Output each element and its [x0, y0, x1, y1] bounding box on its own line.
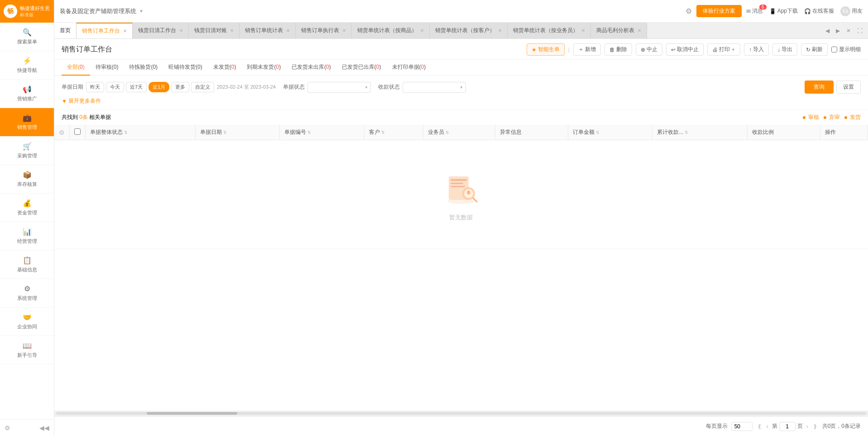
subtab-pending-check[interactable]: 待拣验货(0) [124, 60, 163, 76]
sidebar-item-basic[interactable]: 📋 基础信息 [0, 251, 54, 279]
scroll-thumb[interactable] [147, 412, 237, 415]
sort-collected-icon[interactable]: ⇅ [685, 130, 688, 135]
sidebar-item-purchase[interactable]: 🛒 采购管理 [0, 137, 54, 165]
payment-select[interactable] [403, 82, 466, 93]
status-select[interactable] [307, 82, 371, 93]
tab-close-goods-stats[interactable]: ✕ [420, 28, 424, 33]
sort-amount-icon[interactable]: ⇅ [596, 130, 599, 135]
expand-filter-row: ▼ 展开更多条件 [62, 97, 861, 105]
tab-close-margin[interactable]: ✕ [638, 28, 641, 33]
horizontal-scroll[interactable] [54, 411, 868, 416]
delete-btn[interactable]: 🗑 删除 [604, 43, 632, 56]
sidebar-item-finance[interactable]: 💰 资金管理 [0, 194, 54, 222]
expand-filter-btn[interactable]: ▼ 展开更多条件 [62, 97, 861, 105]
select-all-checkbox[interactable] [74, 128, 81, 135]
date-custom[interactable]: 自定义 [191, 82, 214, 92]
settings-footer-btn[interactable]: ⚙ [5, 424, 10, 431]
subtab-wangpu-ship[interactable]: 旺铺待发货(0) [163, 60, 208, 76]
page-last-btn[interactable]: ⟫ [812, 422, 819, 431]
tab-money-daily[interactable]: 钱货日清工作台 ✕ [133, 23, 189, 39]
sort-number-icon[interactable]: ⇅ [307, 130, 311, 135]
col-status: 单据整体状态 ⇅ [86, 125, 196, 140]
cancel-audit-action[interactable]: 弃审 [824, 114, 840, 121]
add-btn[interactable]: ＋ 新增 [573, 43, 601, 56]
topbar-settings-icon[interactable]: ⚙ [686, 7, 692, 15]
sidebar-item-sales[interactable]: 💼 销售管理 [0, 108, 54, 137]
page-first-btn[interactable]: ⟪ [756, 422, 763, 431]
show-detail-label[interactable]: 显示明细 [831, 46, 861, 53]
date-more[interactable]: 更多 [171, 82, 189, 92]
tab-home[interactable]: 首页 [54, 23, 77, 39]
subtab-all[interactable]: 全部(0) [62, 60, 90, 76]
empty-state: 暂无数据 [54, 140, 868, 249]
sort-status-icon[interactable]: ⇅ [124, 130, 128, 135]
page-next-btn[interactable]: › [805, 422, 810, 431]
refresh-btn[interactable]: ↻ 刷新 [801, 43, 828, 56]
tab-close-sales-stats[interactable]: ✕ [286, 28, 290, 33]
collapse-btn[interactable]: ◀◀ [39, 424, 49, 431]
tab-expand[interactable]: ⛶ [855, 27, 864, 35]
date-yesterday[interactable]: 昨天 [86, 82, 104, 92]
pagination: 每页显示 50 10 20 100 ⟪ ‹ 第 页 › ⟫ 共0页，0条记录 [54, 416, 868, 436]
online-service-link[interactable]: 🎧 在线客服 [804, 7, 834, 15]
tab-close-customer-stats[interactable]: ✕ [498, 28, 502, 33]
tab-salesman-stats[interactable]: 销货单统计表（按业务员） ✕ [508, 23, 591, 39]
page-input[interactable] [779, 422, 796, 431]
message-btn[interactable]: ✉ 消息 6 [746, 7, 763, 15]
sidebar-item-enterprise[interactable]: 🤝 企业协同 [0, 308, 54, 336]
per-page-select[interactable]: 50 10 20 100 [731, 422, 753, 431]
topbar: 装备及固定资产辅助管理系统 ▼ ⚙ 体验行业方案 ✉ 消息 6 📱 App下载 … [54, 0, 868, 23]
tab-close-sales-workbench[interactable]: ✕ [123, 28, 127, 33]
sort-date-icon[interactable]: ⇅ [223, 130, 227, 135]
sidebar-item-inventory[interactable]: 📦 库存核算 [0, 165, 54, 194]
date-today[interactable]: 今天 [106, 82, 124, 92]
sidebar-item-system[interactable]: ⚙ 系统管理 [0, 279, 54, 308]
tab-margin[interactable]: 商品毛利分析表 ✕ [591, 23, 647, 39]
sort-salesman-icon[interactable]: ⇅ [446, 130, 449, 135]
export-btn[interactable]: ↓ 导出 [772, 43, 797, 56]
subtab-not-shipped[interactable]: 未发货(0) [208, 60, 242, 76]
show-detail-checkbox[interactable] [831, 47, 837, 52]
tab-sales-exec[interactable]: 销售订单执行表 ✕ [296, 23, 352, 39]
tab-reconcile[interactable]: 钱货日清对账 ✕ [189, 23, 240, 39]
subtab-shipped-not-out[interactable]: 已发货未出库(0) [286, 60, 336, 76]
title-dropdown-icon[interactable]: ▼ [139, 9, 144, 14]
subtab-shipped-out[interactable]: 已发货已出库(0) [336, 60, 387, 76]
tab-close-sales-exec[interactable]: ✕ [342, 28, 346, 33]
tab-customer-stats[interactable]: 销货单统计表（按客户） ✕ [430, 23, 508, 39]
page-prev-btn[interactable]: ‹ [765, 422, 770, 431]
tab-sales-workbench[interactable]: 销售订单工作台 ✕ [77, 23, 133, 39]
tab-close-money-daily[interactable]: ✕ [179, 28, 183, 33]
subtab-pending-audit[interactable]: 待审核(0) [90, 60, 124, 76]
subtab-not-printed[interactable]: 未打印单据(0) [387, 60, 432, 76]
import-btn[interactable]: ↑ 导入 [744, 43, 769, 56]
date-1month[interactable]: 近1月 [149, 82, 169, 92]
sidebar-item-search[interactable]: 🔍 搜索菜单 [0, 23, 54, 51]
app-download-link[interactable]: 📱 App下载 [769, 7, 798, 15]
print-btn[interactable]: 🖨 打印 ▼ [707, 43, 740, 56]
tab-goods-stats[interactable]: 销货单统计表（按商品） ✕ [352, 23, 430, 39]
query-btn[interactable]: 查询 [805, 81, 834, 94]
date-7days[interactable]: 近7天 [126, 82, 147, 92]
sidebar-item-guide[interactable]: 📖 新手引导 [0, 336, 54, 365]
tab-sales-stats[interactable]: 销售订单统计表 ✕ [240, 23, 296, 39]
tab-nav-left[interactable]: ◀ [824, 27, 831, 35]
stop-btn[interactable]: ⊗ 中止 [636, 43, 662, 56]
sidebar-item-quicknav[interactable]: ⚡ 快捷导航 [0, 51, 54, 80]
tab-close-reconcile[interactable]: ✕ [230, 28, 234, 33]
tab-nav-right[interactable]: ▶ [834, 27, 842, 35]
tab-close-salesman-stats[interactable]: ✕ [581, 28, 585, 33]
sort-customer-icon[interactable]: ⇅ [381, 130, 385, 135]
ship-action[interactable]: 发货 [844, 114, 861, 121]
tab-close-all[interactable]: ✕ [844, 27, 853, 35]
subtab-overdue-ship[interactable]: 到期未发货(0) [241, 60, 286, 76]
sidebar-item-operations[interactable]: 📊 经营管理 [0, 222, 54, 251]
col-setting-icon[interactable]: ⚙ [59, 129, 65, 136]
user-menu[interactable]: Ea 用友 [840, 6, 863, 16]
industry-btn[interactable]: 体验行业方案 [696, 5, 742, 17]
filter-setting-btn[interactable]: 设置 [836, 81, 861, 94]
smart-create-btn[interactable]: ★ 智能生单 [527, 43, 565, 56]
sidebar-item-marketing[interactable]: 📢 营销推广 [0, 80, 54, 108]
audit-action[interactable]: 审核 [803, 114, 819, 121]
cancel-stop-btn[interactable]: ↩ 取消中止 [666, 43, 704, 56]
